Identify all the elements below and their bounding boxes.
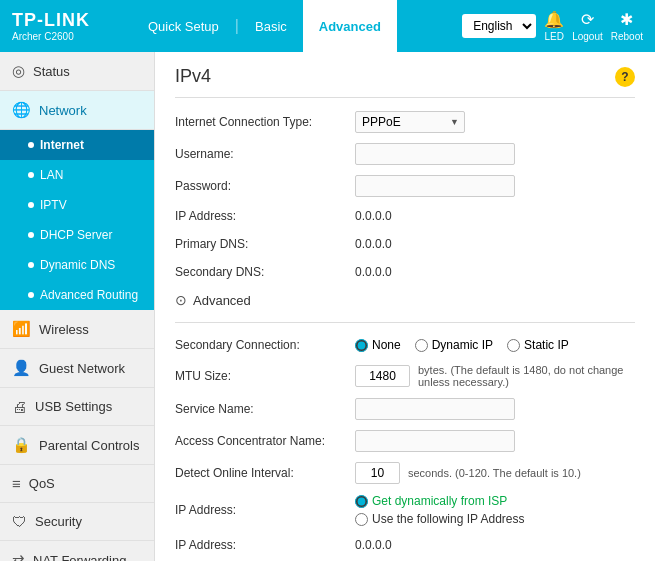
sidebar-sub-network: Internet LAN IPTV DHCP Server Dynamic DN… [0, 130, 154, 310]
secondary-dns-row: Secondary DNS: 0.0.0.0 [175, 258, 635, 286]
sidebar-label-status: Status [33, 64, 70, 79]
detect-online-input[interactable] [355, 462, 400, 484]
sidebar-subitem-iptv[interactable]: IPTV [0, 190, 154, 220]
dot-dynamic-dns [28, 262, 34, 268]
logout-button[interactable]: ⟳ Logout [572, 10, 603, 42]
password-input[interactable] [355, 175, 515, 197]
sidebar-item-status[interactable]: ◎ Status [0, 52, 154, 91]
ip-address-field-row: IP Address: 0.0.0.0 [175, 531, 635, 559]
radio-dynamic-ip-label: Dynamic IP [432, 338, 493, 352]
nat-icon: ⇄ [12, 551, 25, 561]
sidebar-label-security: Security [35, 514, 82, 529]
sidebar-subitem-dynamic-dns[interactable]: Dynamic DNS [0, 250, 154, 280]
get-dynamically-ip-input[interactable] [355, 495, 368, 508]
mtu-size-input[interactable] [355, 365, 410, 387]
radio-static-ip[interactable]: Static IP [507, 338, 569, 352]
radio-static-ip-label: Static IP [524, 338, 569, 352]
radio-static-ip-input[interactable] [507, 339, 520, 352]
header: TP-LINK Archer C2600 Quick Setup | Basic… [0, 0, 655, 52]
sidebar-item-qos[interactable]: ≡ QoS [0, 465, 154, 503]
subitem-label-dynamic-dns: Dynamic DNS [40, 258, 115, 272]
use-following-ip-radio[interactable]: Use the following IP Address [355, 512, 525, 526]
dot-dhcp [28, 232, 34, 238]
ip-radio-group: Get dynamically from ISP Use the followi… [355, 494, 525, 526]
logout-label: Logout [572, 31, 603, 42]
logo-area: TP-LINK Archer C2600 [12, 10, 112, 42]
title-divider [175, 97, 635, 98]
connection-type-label: Internet Connection Type: [175, 115, 355, 129]
primary-dns-label: Primary DNS: [175, 237, 355, 251]
sidebar-item-parental-controls[interactable]: 🔒 Parental Controls [0, 426, 154, 465]
sidebar-item-network[interactable]: 🌐 Network [0, 91, 154, 130]
ip-address-label: IP Address: [175, 209, 355, 223]
led-label: LED [544, 31, 563, 42]
reboot-button[interactable]: ✱ Reboot [611, 10, 643, 42]
sidebar-item-nat-forwarding[interactable]: ⇄ NAT Forwarding [0, 541, 154, 561]
sidebar-label-nat: NAT Forwarding [33, 553, 126, 562]
sidebar-label-wireless: Wireless [39, 322, 89, 337]
service-name-row: Service Name: [175, 393, 635, 425]
reboot-icon: ✱ [620, 10, 633, 29]
sidebar-item-usb-settings[interactable]: 🖨 USB Settings [0, 388, 154, 426]
sidebar-item-wireless[interactable]: 📶 Wireless [0, 310, 154, 349]
dot-internet [28, 142, 34, 148]
logo-sub: Archer C2600 [12, 31, 112, 42]
sidebar-subitem-dhcp[interactable]: DHCP Server [0, 220, 154, 250]
dot-lan [28, 172, 34, 178]
radio-none-label: None [372, 338, 401, 352]
sidebar-label-guest: Guest Network [39, 361, 125, 376]
sidebar-subitem-internet[interactable]: Internet [0, 130, 154, 160]
subitem-label-dhcp: DHCP Server [40, 228, 112, 242]
sidebar-item-guest-network[interactable]: 👤 Guest Network [0, 349, 154, 388]
qos-icon: ≡ [12, 475, 21, 492]
radio-none-input[interactable] [355, 339, 368, 352]
username-label: Username: [175, 147, 355, 161]
sidebar-label-usb: USB Settings [35, 399, 112, 414]
ip-address-row: IP Address: 0.0.0.0 [175, 202, 635, 230]
help-button[interactable]: ? [615, 67, 635, 87]
access-concentrator-label: Access Concentrator Name: [175, 434, 355, 448]
connection-type-select[interactable]: PPPoE Dynamic IP Static IP L2TP PPTP [355, 111, 465, 133]
sidebar-subitem-advanced-routing[interactable]: Advanced Routing [0, 280, 154, 310]
connection-type-select-wrapper: PPPoE Dynamic IP Static IP L2TP PPTP [355, 111, 465, 133]
get-dynamically-from-isp-radio[interactable]: Get dynamically from ISP [355, 494, 525, 508]
nav-advanced[interactable]: Advanced [303, 0, 397, 52]
nav-basic[interactable]: Basic [239, 0, 303, 52]
radio-dynamic-ip[interactable]: Dynamic IP [415, 338, 493, 352]
advanced-toggle[interactable]: ⊙ Advanced [175, 286, 635, 314]
status-icon: ◎ [12, 62, 25, 80]
sidebar: ◎ Status 🌐 Network Internet LAN IPTV DHC… [0, 52, 155, 561]
radio-dynamic-ip-input[interactable] [415, 339, 428, 352]
secondary-connection-radio-group: None Dynamic IP Static IP [355, 338, 569, 352]
mtu-size-row: MTU Size: bytes. (The default is 1480, d… [175, 359, 635, 393]
use-following-ip-input[interactable] [355, 513, 368, 526]
nav-quick-setup[interactable]: Quick Setup [132, 0, 235, 52]
detect-online-row: Detect Online Interval: seconds. (0-120.… [175, 457, 635, 489]
subitem-label-advanced-routing: Advanced Routing [40, 288, 138, 302]
get-dynamically-label: Get dynamically from ISP [372, 494, 507, 508]
radio-none[interactable]: None [355, 338, 401, 352]
sidebar-item-security[interactable]: 🛡 Security [0, 503, 154, 541]
toggle-arrow-icon: ⊙ [175, 292, 187, 308]
secondary-dns-label: Secondary DNS: [175, 265, 355, 279]
sidebar-label-parental: Parental Controls [39, 438, 139, 453]
led-button[interactable]: 🔔 LED [544, 10, 564, 42]
access-concentrator-input[interactable] [355, 430, 515, 452]
language-select[interactable]: English [462, 14, 536, 38]
advanced-divider [175, 322, 635, 323]
reboot-label: Reboot [611, 31, 643, 42]
led-icon: 🔔 [544, 10, 564, 29]
service-name-input[interactable] [355, 398, 515, 420]
usb-icon: 🖨 [12, 398, 27, 415]
advanced-toggle-label: Advanced [193, 293, 251, 308]
username-row: Username: [175, 138, 635, 170]
primary-dns-row: Primary DNS: 0.0.0.0 [175, 230, 635, 258]
subitem-label-iptv: IPTV [40, 198, 67, 212]
page-title: IPv4 [175, 66, 211, 87]
mtu-size-label: MTU Size: [175, 369, 355, 383]
dot-advanced-routing [28, 292, 34, 298]
guest-icon: 👤 [12, 359, 31, 377]
detect-online-label: Detect Online Interval: [175, 466, 355, 480]
username-input[interactable] [355, 143, 515, 165]
sidebar-subitem-lan[interactable]: LAN [0, 160, 154, 190]
